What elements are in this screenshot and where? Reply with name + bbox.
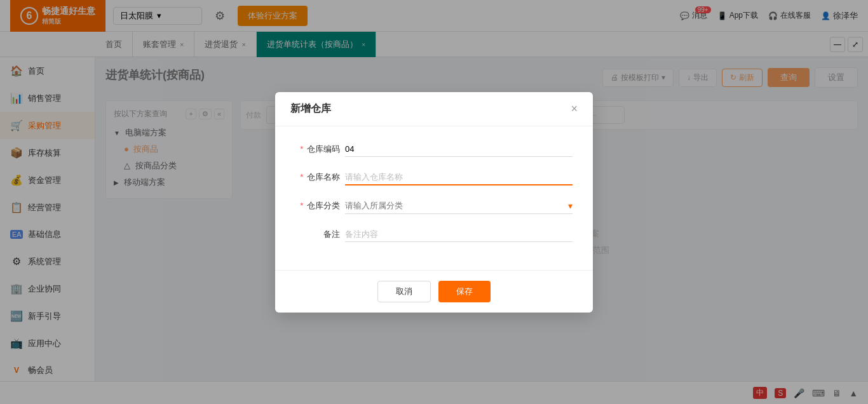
save-button[interactable]: 保存 bbox=[438, 281, 491, 302]
modal-title: 新增仓库 bbox=[290, 102, 331, 116]
name-label: * 仓库名称 bbox=[295, 172, 340, 183]
remark-input[interactable] bbox=[345, 227, 573, 242]
code-input[interactable] bbox=[345, 142, 573, 157]
category-select[interactable]: ▾ bbox=[345, 198, 573, 214]
modal-body: * 仓库编码 * 仓库名称 * 仓库分类 bbox=[275, 126, 593, 270]
category-label: * 仓库分类 bbox=[295, 200, 340, 212]
code-label: * 仓库编码 bbox=[295, 144, 340, 155]
modal-close-button[interactable]: × bbox=[571, 102, 578, 116]
form-row-remark: 备注 bbox=[295, 227, 573, 242]
name-input[interactable] bbox=[345, 170, 573, 185]
remark-label: 备注 bbox=[295, 229, 340, 240]
modal-overlay: 新增仓库 × * 仓库编码 * 仓库名称 bbox=[0, 0, 868, 404]
required-star-code: * bbox=[300, 144, 303, 154]
modal-header: 新增仓库 × bbox=[275, 92, 593, 126]
category-input[interactable] bbox=[345, 201, 568, 210]
required-star-name: * bbox=[300, 172, 303, 182]
form-row-category: * 仓库分类 ▾ bbox=[295, 198, 573, 214]
form-row-code: * 仓库编码 bbox=[295, 142, 573, 157]
modal-footer: 取消 保存 bbox=[275, 270, 593, 313]
cancel-button[interactable]: 取消 bbox=[377, 281, 431, 302]
form-row-name: * 仓库名称 bbox=[295, 170, 573, 185]
category-dropdown-icon: ▾ bbox=[568, 201, 573, 211]
required-star-category: * bbox=[300, 201, 303, 210]
add-warehouse-modal: 新增仓库 × * 仓库编码 * 仓库名称 bbox=[275, 92, 593, 313]
